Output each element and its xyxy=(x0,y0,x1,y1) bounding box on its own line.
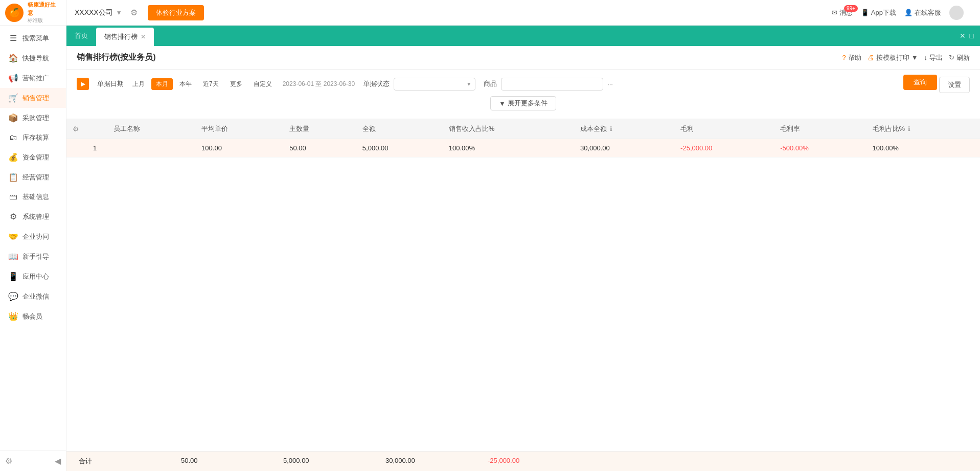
sidebar-item-label: 营销推广 xyxy=(22,74,49,83)
sales-icon: 🛒 xyxy=(8,93,18,103)
export-icon: ↓ xyxy=(924,54,928,61)
sidebar-item-purchase[interactable]: 📦 采购管理 xyxy=(0,108,66,128)
help-button[interactable]: ? 帮助 xyxy=(842,53,861,62)
sidebar-item-basic[interactable]: 🗃 基础信息 xyxy=(0,187,66,207)
app-download-button[interactable]: 📱 App下载 xyxy=(861,8,896,17)
topbar: XXXXX公司 ▼ ⚙ 体验行业方案 ✉ 消息 99+ 📱 App下载 👤 在线… xyxy=(66,0,980,26)
sidebar-item-label: 系统管理 xyxy=(22,212,49,221)
td-amount: 5,000.00 xyxy=(356,139,443,158)
sidebar-item-label: 销售管理 xyxy=(22,94,49,103)
date-tab-prev-month[interactable]: 上月 xyxy=(128,78,149,90)
date-tab-custom[interactable]: 自定义 xyxy=(249,78,277,90)
refresh-icon: ↻ xyxy=(949,54,954,61)
th-gross-pct: 毛利占比% ℹ xyxy=(867,119,980,139)
settings-button[interactable]: 设置 xyxy=(939,77,970,93)
window-close-button[interactable]: ✕ xyxy=(960,32,966,40)
topbar-right: ✉ 消息 99+ 📱 App下载 👤 在线客服 xyxy=(832,6,972,20)
footer-gross: -25,000.00 xyxy=(482,457,526,466)
status-select[interactable] xyxy=(394,78,475,91)
service-button[interactable]: 👤 在线客服 xyxy=(904,8,941,17)
service-label: 在线客服 xyxy=(915,8,941,17)
sidebar-item-apps[interactable]: 📱 应用中心 xyxy=(0,266,66,286)
filter-bar: ▶ 单据日期 上月 本月 本年 近7天 更多 自定义 2023-06-01 至 … xyxy=(66,70,980,119)
service-icon: 👤 xyxy=(904,9,913,16)
finance-icon: 💰 xyxy=(8,152,18,162)
sidebar-item-wechat[interactable]: 💬 企业微信 xyxy=(0,286,66,306)
footer-main-qty: 50.00 xyxy=(175,457,277,466)
export-button[interactable]: ↓ 导出 xyxy=(924,53,943,62)
sidebar-item-system[interactable]: ⚙ 系统管理 xyxy=(0,207,66,227)
sidebar-item-collab[interactable]: 🤝 企业协同 xyxy=(0,227,66,246)
data-table: ⚙ 员工名称 平均单价 主数量 全额 销售收入占比% 成本全额 ℹ 毛利 毛利率 xyxy=(66,119,980,158)
sidebar-item-search[interactable]: ☰ 搜索菜单 xyxy=(0,28,66,48)
date-tab-7days[interactable]: 近7天 xyxy=(198,78,223,90)
window-max-button[interactable]: □ xyxy=(970,32,974,40)
cost-info-icon[interactable]: ℹ xyxy=(610,125,612,132)
goods-filter: 商品 ··· xyxy=(484,78,613,91)
filter-toggle-button[interactable]: ▶ xyxy=(77,78,89,90)
td-rank: 1 xyxy=(87,139,107,158)
avatar[interactable] xyxy=(949,6,964,20)
topbar-settings-icon[interactable]: ⚙ xyxy=(130,8,138,17)
date-tabs: 上月 本月 本年 近7天 更多 自定义 xyxy=(128,78,277,90)
date-filter: 单据日期 上月 本月 本年 近7天 更多 自定义 2023-06-01 至 20… xyxy=(97,78,355,90)
date-tab-this-year[interactable]: 本年 xyxy=(175,78,196,90)
sidebar-item-label: 应用中心 xyxy=(22,272,49,281)
system-icon: ⚙ xyxy=(8,212,18,221)
footer-label: 合计 xyxy=(73,457,175,466)
page-header: 销售排行榜(按业务员) ? 帮助 🖨 按模板打印 ▼ ↓ 导出 ↻ 刷新 xyxy=(66,46,980,70)
footer-amount: 5,000.00 xyxy=(277,457,379,466)
td-cost: 30,000.00 xyxy=(574,139,674,158)
sidebar-item-member[interactable]: 👑 畅会员 xyxy=(0,306,66,326)
inventory-icon: 🗂 xyxy=(8,133,18,142)
filter-row-1: ▶ 单据日期 上月 本月 本年 近7天 更多 自定义 2023-06-01 至 … xyxy=(77,75,970,93)
basic-icon: 🗃 xyxy=(8,192,18,201)
date-tab-this-month[interactable]: 本月 xyxy=(151,78,173,90)
sidebar-item-label: 基础信息 xyxy=(22,192,49,201)
company-selector[interactable]: XXXXX公司 ▼ xyxy=(75,8,122,17)
status-filter: 单据状态 ▼ xyxy=(363,78,475,91)
sidebar-settings-button[interactable]: ⚙ xyxy=(5,456,12,466)
goods-search-input[interactable] xyxy=(501,78,603,91)
sidebar-item-finance[interactable]: 💰 资金管理 xyxy=(0,147,66,167)
sidebar-item-label: 采购管理 xyxy=(22,114,49,123)
page-header-actions: ? 帮助 🖨 按模板打印 ▼ ↓ 导出 ↻ 刷新 xyxy=(842,53,970,69)
tab-home[interactable]: 首页 xyxy=(66,26,96,46)
th-gross: 毛利 xyxy=(674,119,774,139)
print-button[interactable]: 🖨 按模板打印 ▼ xyxy=(868,53,918,62)
sidebar-item-operation[interactable]: 📋 经营管理 xyxy=(0,167,66,187)
query-button[interactable]: 查询 xyxy=(903,75,937,90)
sidebar-item-guide[interactable]: 📖 新手引导 xyxy=(0,246,66,266)
home-icon: 🏠 xyxy=(8,53,18,63)
sidebar-item-label: 搜索菜单 xyxy=(22,34,49,43)
th-sales-pct: 销售收入占比% xyxy=(443,119,574,139)
tab-home-label: 首页 xyxy=(75,31,88,40)
expand-more-button[interactable]: ▼ 展开更多条件 xyxy=(490,96,556,110)
td-gross: -25,000.00 xyxy=(674,139,774,158)
trial-button[interactable]: 体验行业方案 xyxy=(148,5,204,20)
message-icon: ✉ xyxy=(832,9,837,16)
date-range-text: 2023-06-01 至 2023-06-30 xyxy=(283,80,355,88)
goods-filter-label: 商品 xyxy=(484,79,497,88)
tab-close-icon[interactable]: ✕ xyxy=(141,33,146,40)
status-filter-label: 单据状态 xyxy=(363,79,390,88)
message-button[interactable]: ✉ 消息 99+ xyxy=(832,8,853,17)
refresh-label: 刷新 xyxy=(956,53,970,62)
gross-pct-info-icon[interactable]: ℹ xyxy=(908,125,910,132)
guide-icon: 📖 xyxy=(8,252,18,261)
refresh-button[interactable]: ↻ 刷新 xyxy=(949,53,970,62)
purchase-icon: 📦 xyxy=(8,113,18,123)
sidebar-collapse-button[interactable]: ◀ xyxy=(55,456,61,466)
app-label: App下载 xyxy=(871,8,896,17)
tab-bar: 首页 销售排行榜 ✕ ✕ □ xyxy=(66,26,980,46)
filter-action-buttons: 查询 设置 xyxy=(903,75,970,93)
th-cost: 成本全额 ℹ xyxy=(574,119,674,139)
tab-sales-rank[interactable]: 销售排行榜 ✕ xyxy=(96,28,154,46)
goods-more-icon[interactable]: ··· xyxy=(607,80,613,88)
th-settings[interactable]: ⚙ xyxy=(66,119,87,139)
sidebar-item-marketing[interactable]: 📢 营销推广 xyxy=(0,68,66,88)
date-tab-more[interactable]: 更多 xyxy=(225,78,247,90)
sidebar-item-inventory[interactable]: 🗂 库存核算 xyxy=(0,128,66,147)
sidebar-item-sales[interactable]: 🛒 销售管理 xyxy=(0,88,66,108)
sidebar-item-shortcut[interactable]: 🏠 快捷导航 xyxy=(0,48,66,68)
